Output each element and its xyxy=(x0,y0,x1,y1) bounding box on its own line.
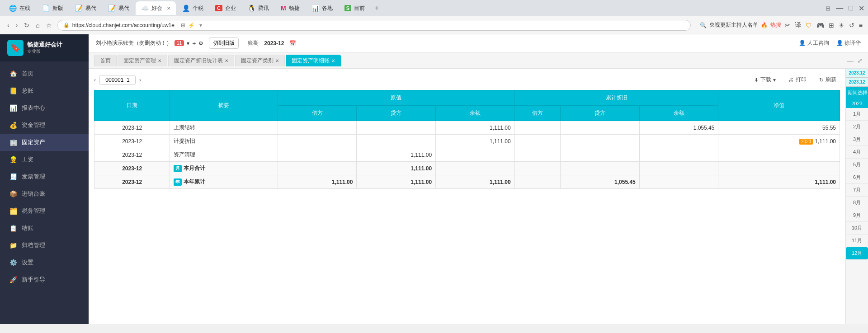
switch-version-btn[interactable]: 切到旧版 xyxy=(209,38,239,49)
maximize-pane-btn[interactable]: ⤢ xyxy=(857,57,863,64)
period-month-12[interactable]: 12月 xyxy=(846,247,868,260)
more-icon[interactable]: ≡ xyxy=(859,22,863,29)
app-container: 🔖 畅捷通好会计 专业版 🏠 首页 📒 总账 📊 报表中心 💰 资金管 xyxy=(0,34,868,324)
sidebar-item-tax[interactable]: 🗂️ 税务管理 xyxy=(0,202,89,220)
page-tab-home[interactable]: 首页 xyxy=(94,55,117,66)
tab-new[interactable]: 📄 新版 xyxy=(37,1,69,15)
tab-gedi[interactable]: 📊 各地 xyxy=(306,1,338,15)
page-tab-assets-detail[interactable]: 固定资产明细账 ✕ xyxy=(286,55,341,66)
period-month-9[interactable]: 9月 xyxy=(846,209,868,222)
forward-btn[interactable]: › xyxy=(14,21,20,30)
period-month-4[interactable]: 4月 xyxy=(846,146,868,159)
browser-close[interactable]: ✕ xyxy=(859,4,864,13)
print-btn[interactable]: 🖨 打印 xyxy=(785,74,810,85)
shield-icon[interactable]: 🛡 xyxy=(806,22,812,29)
refresh-btn-toolbar[interactable]: ↻ 刷新 xyxy=(816,74,840,85)
sidebar-item-closing[interactable]: 📋 结账 xyxy=(0,220,89,237)
download-btn[interactable]: ⬇ 下载 ▾ xyxy=(750,74,779,85)
period-selected-header1: 2023.12 xyxy=(846,69,868,78)
home-nav-icon: 🏠 xyxy=(9,70,17,77)
url-bar[interactable]: 🔒 https://cloud.chanjet.com/accounting/u… xyxy=(57,20,691,31)
page-tab-assets-mgmt[interactable]: 固定资产管理 ✕ xyxy=(118,55,167,66)
period-month-6[interactable]: 6月 xyxy=(846,171,868,184)
service-btn[interactable]: 👤 人工咨询 xyxy=(799,39,829,47)
url-dropdown[interactable]: ▾ xyxy=(199,22,202,28)
user-avatar[interactable]: 👤 徐译华 xyxy=(836,39,861,47)
tab-qiye[interactable]: C 企业 xyxy=(210,1,241,15)
page-tab-dep-stats-close[interactable]: ✕ xyxy=(225,58,228,63)
sidebar-item-general-ledger[interactable]: 📒 总账 xyxy=(0,82,89,99)
payroll-nav-icon: 👷 xyxy=(9,156,17,163)
prev-page-btn[interactable]: ‹ xyxy=(94,77,96,83)
minimize-pane-btn[interactable]: — xyxy=(847,57,854,64)
page-tab-assets-mgmt-close[interactable]: ✕ xyxy=(158,58,161,63)
sidebar-item-reports[interactable]: 📊 报表中心 xyxy=(0,99,89,117)
page-input[interactable] xyxy=(99,75,136,85)
settings-small-btn[interactable]: ⚙ xyxy=(198,40,203,47)
sidebar-item-home[interactable]: 🏠 首页 xyxy=(0,65,89,82)
translate-icon[interactable]: 译 xyxy=(795,21,801,29)
page-tab-assets-detail-close[interactable]: ✕ xyxy=(331,58,335,63)
sidebar-item-settings[interactable]: ⚙️ 设置 xyxy=(0,254,89,271)
page-tab-assets-cat-close[interactable]: ✕ xyxy=(275,58,279,63)
tab-close-haokuai[interactable]: ✕ xyxy=(167,6,170,11)
refresh-btn[interactable]: ↻ xyxy=(22,21,31,30)
tab-haokuai[interactable]: ☁️ 好会 ✕ xyxy=(136,1,176,15)
next-page-btn[interactable]: › xyxy=(139,77,141,83)
game-icon[interactable]: 🎮 xyxy=(816,22,824,29)
tab-geshui[interactable]: 👤 个税 xyxy=(177,1,209,15)
period-month-5[interactable]: 5月 xyxy=(846,159,868,171)
page-tabs: 首页 固定资产管理 ✕ 固定资产折旧统计表 ✕ 固定资产类别 ✕ 固定资产明细账… xyxy=(89,52,868,69)
tab-online[interactable]: 🌐 在线 xyxy=(4,1,36,15)
tab-yidai1[interactable]: 📝 易代 xyxy=(70,1,102,15)
browser-minimize[interactable]: — xyxy=(836,4,843,12)
home-btn[interactable]: ⌂ xyxy=(34,21,41,30)
grid-icon[interactable]: ⊞ xyxy=(829,22,834,29)
period-header-label[interactable]: 期间选择 xyxy=(846,87,868,99)
sidebar-item-funds[interactable]: 💰 资金管理 xyxy=(0,117,89,134)
sidebar-item-purchases[interactable]: 📦 进销台账 xyxy=(0,185,89,202)
add-account-btn[interactable]: + xyxy=(192,40,196,47)
row1-net-value: 55.55 xyxy=(718,121,840,135)
row5-dep-balance xyxy=(639,175,718,189)
th-date: 日期 xyxy=(94,90,170,121)
sidebar-item-invoice[interactable]: 🧾 发票管理 xyxy=(0,168,89,185)
back-btn[interactable]: ‹ xyxy=(5,21,11,30)
refresh-label: 刷新 xyxy=(826,76,836,84)
table-row-month-total: 2023-12 月本月合计 1,111.00 xyxy=(94,162,840,175)
bookmark-btn[interactable]: ☆ xyxy=(44,21,54,30)
sidebar-label-payroll: 工资 xyxy=(22,155,33,164)
logo-sub: 专业版 xyxy=(27,48,62,55)
undo-icon[interactable]: ↺ xyxy=(849,22,854,29)
period-month-2[interactable]: 2月 xyxy=(846,121,868,133)
row1-dep-debit xyxy=(514,121,560,135)
tab-muqian[interactable]: S 目前 xyxy=(339,1,370,15)
sidebar-item-beginner[interactable]: 🚀 新手引导 xyxy=(0,271,89,288)
new-tab-btn[interactable]: + xyxy=(371,4,382,12)
browser-maximize[interactable]: □ xyxy=(849,4,853,12)
period-month-8[interactable]: 8月 xyxy=(846,197,868,209)
search-icon: 🔍 xyxy=(700,22,707,28)
tab-yidai2[interactable]: 📝 易代 xyxy=(103,1,135,15)
period-month-11[interactable]: 11月 xyxy=(846,235,868,247)
sidebar-item-fixed-assets[interactable]: 🏢 固定资产 xyxy=(0,134,89,151)
brightness-icon[interactable]: ☀ xyxy=(839,22,844,29)
sidebar-item-archive[interactable]: 📁 归档管理 xyxy=(0,237,89,254)
period-month-7[interactable]: 7月 xyxy=(846,184,868,197)
download-dropdown-icon[interactable]: ▾ xyxy=(773,77,776,83)
row4-orig-balance xyxy=(436,162,515,175)
page-tab-depreciation-stats[interactable]: 固定资产折旧统计表 ✕ xyxy=(168,55,234,66)
tab-changjie[interactable]: M 畅捷 xyxy=(275,1,305,15)
sidebar-item-payroll[interactable]: 👷 工资 xyxy=(0,151,89,168)
scissors-icon[interactable]: ✂ xyxy=(785,22,790,29)
period-month-10[interactable]: 10月 xyxy=(846,222,868,235)
row5-summary: 年本年累计 xyxy=(170,175,278,189)
calendar-icon[interactable]: 📅 xyxy=(289,40,296,47)
period-month-1[interactable]: 1月 xyxy=(846,108,868,121)
page-tab-assets-category[interactable]: 固定资产类别 ✕ xyxy=(235,55,285,66)
period-month-3[interactable]: 3月 xyxy=(846,133,868,146)
dropdown-icon[interactable]: ▾ xyxy=(187,40,189,47)
tab-tengxun[interactable]: 🐧 腾讯 xyxy=(242,1,274,15)
row4-orig-debit xyxy=(278,162,357,175)
th-orig-credit: 贷方 xyxy=(357,106,436,121)
